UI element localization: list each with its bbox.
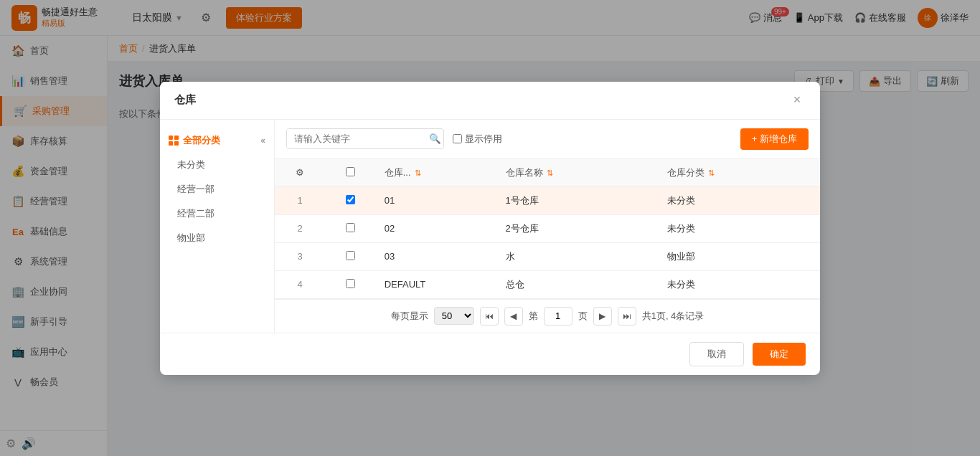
prev-page-btn[interactable]: ◀ xyxy=(504,307,523,326)
row-no: 1 xyxy=(275,186,325,214)
col-settings: ⚙ xyxy=(275,159,325,187)
all-categories-label: 全部分类 xyxy=(183,134,220,147)
modal-body: 全部分类 « 未分类 经营一部 经营二部 物业部 🔍 xyxy=(160,120,820,333)
new-warehouse-btn[interactable]: + 新增仓库 xyxy=(740,128,809,150)
table-row[interactable]: 4 DEFAULT 总仓 未分类 xyxy=(275,270,820,298)
grid-icon xyxy=(169,136,179,146)
sort-icon-category: ⇅ xyxy=(708,168,715,177)
row-code: DEFAULT xyxy=(376,270,497,298)
category-panel: 全部分类 « 未分类 经营一部 经营二部 物业部 xyxy=(160,120,275,333)
data-table: ⚙ 仓库... ⇅ 仓库名称 ⇅ xyxy=(275,159,820,299)
table-panel: 🔍 显示停用 + 新增仓库 ⚙ xyxy=(275,120,820,333)
row-name: 2号仓库 xyxy=(497,214,659,242)
page-unit: 页 xyxy=(578,310,588,323)
next-page-btn[interactable]: ▶ xyxy=(593,307,612,326)
page-number-input[interactable] xyxy=(544,307,573,326)
modal-header: 仓库 × xyxy=(160,82,820,120)
category-item-ops1[interactable]: 经营一部 xyxy=(160,177,274,201)
row-category: 物业部 xyxy=(659,242,820,270)
last-page-btn[interactable]: ⏭ xyxy=(618,307,636,326)
modal-overlay: 仓库 × 全部分类 « 未分类 经营一部 经营二部 物业部 xyxy=(0,0,980,456)
row-checkbox[interactable] xyxy=(325,214,375,242)
pagination: 每页显示 50 100 200 ⏮ ◀ 第 页 ▶ ⏭ 共1页, 4条记录 xyxy=(275,299,820,333)
warehouse-modal: 仓库 × 全部分类 « 未分类 经营一部 经营二部 物业部 xyxy=(160,82,820,375)
category-item-ops2[interactable]: 经营二部 xyxy=(160,201,274,226)
cancel-btn[interactable]: 取消 xyxy=(689,342,744,366)
row-code: 01 xyxy=(376,186,497,214)
row-name: 总仓 xyxy=(497,270,659,298)
row-checkbox[interactable] xyxy=(325,186,375,214)
row-no: 3 xyxy=(275,242,325,270)
row-code: 03 xyxy=(376,242,497,270)
row-category: 未分类 xyxy=(659,270,820,298)
row-no: 4 xyxy=(275,270,325,298)
collapse-arrow-icon: « xyxy=(260,136,265,146)
col-category[interactable]: 仓库分类 ⇅ xyxy=(659,159,820,187)
row-no: 2 xyxy=(275,214,325,242)
page-label: 第 xyxy=(529,310,538,323)
col-checkbox xyxy=(325,159,375,187)
row-name: 水 xyxy=(497,242,659,270)
search-input[interactable] xyxy=(287,129,422,148)
show-disabled-label: 显示停用 xyxy=(453,133,502,146)
search-box: 🔍 xyxy=(286,128,444,149)
modal-close-btn[interactable]: × xyxy=(788,92,806,109)
col-code[interactable]: 仓库... ⇅ xyxy=(376,159,497,187)
table-row[interactable]: 3 03 水 物业部 xyxy=(275,242,820,270)
table-header-row: ⚙ 仓库... ⇅ 仓库名称 ⇅ xyxy=(275,159,820,187)
confirm-btn[interactable]: 确定 xyxy=(753,343,806,366)
select-all-checkbox[interactable] xyxy=(346,167,355,176)
row-checkbox[interactable] xyxy=(325,270,375,298)
row-checkbox[interactable] xyxy=(325,242,375,270)
modal-title: 仓库 xyxy=(174,93,196,107)
row-name: 1号仓库 xyxy=(497,186,659,214)
per-page-label: 每页显示 xyxy=(391,310,428,323)
row-category: 未分类 xyxy=(659,186,820,214)
row-code: 02 xyxy=(376,214,497,242)
search-btn[interactable]: 🔍 xyxy=(422,129,444,148)
table-row[interactable]: 1 01 1号仓库 未分类 xyxy=(275,186,820,214)
category-item-property[interactable]: 物业部 xyxy=(160,226,274,250)
warehouse-table: ⚙ 仓库... ⇅ 仓库名称 ⇅ xyxy=(275,159,820,299)
total-info: 共1页, 4条记录 xyxy=(642,310,705,323)
modal-footer: 取消 确定 xyxy=(160,333,820,375)
col-name[interactable]: 仓库名称 ⇅ xyxy=(497,159,659,187)
show-disabled-checkbox[interactable] xyxy=(453,134,462,143)
all-categories-btn[interactable]: 全部分类 « xyxy=(160,128,274,153)
table-toolbar: 🔍 显示停用 + 新增仓库 xyxy=(275,120,820,159)
first-page-btn[interactable]: ⏮ xyxy=(480,307,499,326)
sort-icon-name: ⇅ xyxy=(547,168,553,177)
table-row[interactable]: 2 02 2号仓库 未分类 xyxy=(275,214,820,242)
sort-icon-code: ⇅ xyxy=(415,168,421,177)
category-item-unclassified[interactable]: 未分类 xyxy=(160,153,274,177)
row-category: 未分类 xyxy=(659,214,820,242)
page-size-select[interactable]: 50 100 200 xyxy=(434,307,474,325)
